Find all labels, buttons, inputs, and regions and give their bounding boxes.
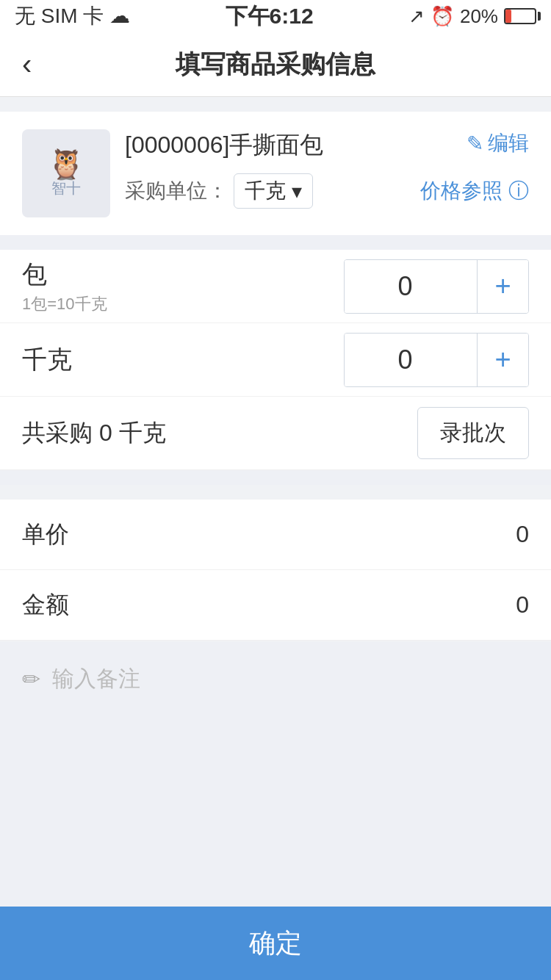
status-right: ↗ ⏰ 20% bbox=[408, 5, 536, 28]
info-icon: ⓘ bbox=[508, 177, 529, 205]
unit-value: 千克 bbox=[245, 177, 286, 205]
battery-fill bbox=[505, 10, 511, 23]
thumb-text: 智十 bbox=[51, 179, 81, 198]
edit-button[interactable]: ✎ 编辑 bbox=[467, 129, 529, 157]
unit-label-text: 采购单位： bbox=[125, 177, 228, 205]
confirm-label: 确定 bbox=[249, 926, 302, 962]
nav-bar: ‹ 填写商品采购信息 bbox=[0, 32, 551, 97]
unit-row: 采购单位： 千克 ▾ 价格参照 ⓘ bbox=[125, 173, 529, 209]
price-ref-button[interactable]: 价格参照 ⓘ bbox=[420, 177, 529, 205]
batch-label: 录批次 bbox=[440, 420, 506, 444]
bao-label: 包 1包=10千克 bbox=[22, 258, 110, 315]
amount-value: 0 bbox=[516, 591, 529, 619]
bao-input-row: 包 1包=10千克 + bbox=[0, 250, 551, 323]
unit-price-label: 单价 bbox=[22, 519, 69, 551]
pencil-icon: ✏ bbox=[22, 666, 40, 692]
back-icon: ‹ bbox=[22, 48, 32, 80]
status-left: 无 SIM 卡 ☁ bbox=[15, 2, 130, 30]
sim-label: 无 SIM 卡 ☁ bbox=[15, 2, 130, 30]
bao-input-box: + bbox=[344, 259, 529, 314]
price-ref-label: 价格参照 bbox=[420, 177, 503, 205]
total-label: 共采购 bbox=[22, 419, 93, 446]
kg-input-row: 千克 + bbox=[0, 323, 551, 397]
amount-row: 金额 0 bbox=[0, 570, 551, 641]
divider-1 bbox=[0, 235, 551, 250]
total-unit: 千克 bbox=[119, 419, 166, 446]
page-title: 填写商品采购信息 bbox=[176, 48, 375, 82]
bao-label-sub: 1包=10千克 bbox=[22, 293, 110, 315]
confirm-button[interactable]: 确定 bbox=[0, 907, 551, 980]
total-text: 共采购 0 千克 bbox=[22, 417, 166, 450]
unit-price-value: 0 bbox=[516, 521, 529, 548]
status-time: 下午6:12 bbox=[226, 1, 314, 32]
amount-label: 金额 bbox=[22, 589, 69, 621]
back-button[interactable]: ‹ bbox=[22, 48, 32, 81]
note-placeholder: 输入备注 bbox=[52, 664, 140, 694]
unit-select[interactable]: 千克 ▾ bbox=[234, 173, 313, 209]
bao-plus-icon: + bbox=[494, 270, 511, 302]
unit-price-row: 单价 0 bbox=[0, 500, 551, 570]
kg-input-box: + bbox=[344, 333, 529, 387]
kg-input-field[interactable] bbox=[345, 334, 477, 386]
batch-button[interactable]: 录批次 bbox=[417, 407, 529, 459]
note-section[interactable]: ✏ 输入备注 bbox=[0, 642, 551, 716]
total-amount: 0 bbox=[99, 419, 112, 446]
product-card: 🦉 智十 [0000006]手撕面包 ✎ 编辑 采购单位： 千克 ▾ 价格参照 … bbox=[0, 112, 551, 235]
price-section: 单价 0 金额 0 bbox=[0, 500, 551, 641]
owl-icon: 🦉 bbox=[48, 149, 84, 179]
product-name: [0000006]手撕面包 bbox=[125, 129, 467, 162]
battery-percent: 20% bbox=[460, 5, 498, 28]
alarm-icon: ⏰ bbox=[431, 5, 454, 28]
edit-label: 编辑 bbox=[488, 129, 529, 157]
product-thumbnail: 🦉 智十 bbox=[22, 129, 110, 217]
divider-2 bbox=[0, 470, 551, 485]
input-section: 包 1包=10千克 + 千克 + 共采购 0 千克 bbox=[0, 250, 551, 470]
product-info: [0000006]手撕面包 ✎ 编辑 采购单位： 千克 ▾ 价格参照 ⓘ bbox=[125, 129, 529, 209]
product-name-row: [0000006]手撕面包 ✎ 编辑 bbox=[125, 129, 529, 162]
total-row: 共采购 0 千克 录批次 bbox=[0, 397, 551, 470]
battery-icon bbox=[504, 8, 536, 24]
edit-icon: ✎ bbox=[467, 131, 483, 156]
status-bar: 无 SIM 卡 ☁ 下午6:12 ↗ ⏰ 20% bbox=[0, 0, 551, 32]
location-icon: ↗ bbox=[408, 5, 425, 28]
kg-label: 千克 bbox=[22, 343, 110, 377]
bao-plus-button[interactable]: + bbox=[477, 260, 528, 313]
bao-label-main: 包 bbox=[22, 258, 110, 292]
kg-label-main: 千克 bbox=[22, 343, 110, 377]
kg-plus-icon: + bbox=[494, 344, 511, 375]
bao-input-field[interactable] bbox=[345, 260, 477, 313]
kg-plus-button[interactable]: + bbox=[477, 334, 528, 386]
chevron-down-icon: ▾ bbox=[292, 179, 302, 203]
